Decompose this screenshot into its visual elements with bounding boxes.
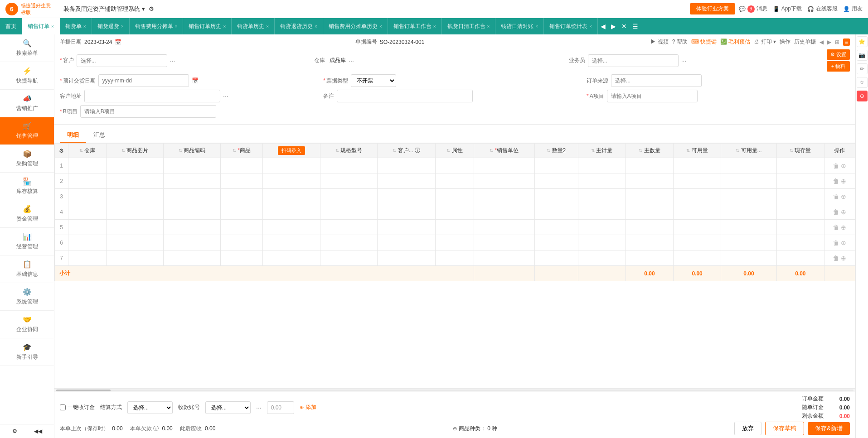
tab-daily-reconcile[interactable]: 钱货日清对账 × xyxy=(495,18,544,34)
table-cell[interactable] xyxy=(721,189,777,204)
table-cell[interactable] xyxy=(474,189,534,204)
col-available2[interactable]: ⇅ 可用量... xyxy=(721,144,777,158)
close-icon[interactable]: × xyxy=(379,24,382,29)
table-cell[interactable] xyxy=(474,158,534,173)
table-cell[interactable] xyxy=(378,250,436,266)
table-cell[interactable] xyxy=(221,204,262,220)
sidebar-settings-icon[interactable]: ⚙ xyxy=(12,428,17,434)
table-cell[interactable] xyxy=(436,189,474,204)
close-icon[interactable]: × xyxy=(83,24,86,29)
table-cell[interactable] xyxy=(474,235,534,250)
horizontal-scrollbar[interactable] xyxy=(54,388,855,392)
table-cell[interactable] xyxy=(107,220,164,235)
payment-method-select[interactable]: 选择... xyxy=(127,401,173,414)
table-cell[interactable] xyxy=(626,250,673,266)
close-icon[interactable]: × xyxy=(487,24,490,29)
grid-view-icon[interactable]: ⊞ xyxy=(835,39,839,45)
close-icon[interactable]: × xyxy=(535,24,538,29)
scan-button[interactable]: 扫码录入 xyxy=(278,146,305,155)
table-cell[interactable] xyxy=(107,173,164,189)
table-cell[interactable] xyxy=(534,173,578,189)
sidebar-item-marketing[interactable]: 📣 营销推广 xyxy=(0,90,54,117)
table-cell[interactable] xyxy=(164,189,221,204)
table-cell[interactable] xyxy=(320,173,377,189)
a-project-input[interactable] xyxy=(607,90,698,102)
table-cell[interactable] xyxy=(534,250,578,266)
amount-input[interactable] xyxy=(267,401,294,414)
tab-sales-invoice[interactable]: 销货单 × xyxy=(60,18,92,34)
user-avatar[interactable]: 👤 用友 xyxy=(843,5,863,13)
table-cell[interactable] xyxy=(776,204,824,220)
tab-sales-expense[interactable]: 销售费用分摊单 × xyxy=(130,18,184,34)
table-cell[interactable] xyxy=(262,250,320,266)
table-cell[interactable] xyxy=(378,189,436,204)
tab-scroll-left[interactable]: ◀ xyxy=(598,18,608,34)
col-stock[interactable]: ⇅ 现存量 xyxy=(776,144,824,158)
panel-icon-5[interactable]: ⊙ xyxy=(857,91,868,101)
print-btn[interactable]: 🖨 打印 ▾ xyxy=(754,38,776,46)
warehouse-more-icon[interactable]: ··· xyxy=(349,57,354,64)
sidebar-item-sales[interactable]: 🛒 销售管理 xyxy=(0,117,54,145)
discard-button[interactable]: 放弃 xyxy=(734,422,761,435)
b-project-input[interactable] xyxy=(80,105,216,118)
close-icon[interactable]: × xyxy=(315,24,317,29)
tab-return-history[interactable]: 销货退货历史 × xyxy=(275,18,323,34)
table-cell[interactable] xyxy=(68,158,107,173)
table-cell[interactable] xyxy=(474,173,534,189)
table-cell[interactable] xyxy=(378,220,436,235)
tab-daily-clear-workbench[interactable]: 钱货日清工作台 × xyxy=(442,18,496,34)
col-main-qty[interactable]: ⇅ 主数量 xyxy=(626,144,673,158)
table-cell[interactable] xyxy=(164,235,221,250)
close-icon[interactable]: × xyxy=(121,24,124,29)
tab-invoice-history[interactable]: 销货单历史 × xyxy=(232,18,275,34)
panel-icon-3[interactable]: ✏ xyxy=(857,63,868,74)
sidebar-item-purchase[interactable]: 📦 采购管理 xyxy=(0,145,54,173)
list-view-icon[interactable]: ≡ xyxy=(843,39,850,46)
table-cell[interactable] xyxy=(474,220,534,235)
close-icon[interactable]: × xyxy=(266,24,269,29)
table-cell[interactable] xyxy=(721,250,777,266)
sidebar-item-operations[interactable]: 📊 经营管理 xyxy=(0,228,54,255)
close-icon[interactable]: × xyxy=(175,24,178,29)
table-cell[interactable] xyxy=(221,158,262,173)
table-cell[interactable] xyxy=(320,250,377,266)
table-cell[interactable] xyxy=(164,220,221,235)
table-cell[interactable] xyxy=(578,220,626,235)
table-cell[interactable] xyxy=(674,204,721,220)
settings-side-btn[interactable]: ⚙ 设置 xyxy=(827,49,850,60)
table-cell[interactable] xyxy=(107,235,164,250)
table-cell[interactable] xyxy=(578,158,626,173)
sidebar-item-guide[interactable]: 🎓 新手引导 xyxy=(0,338,54,366)
table-cell[interactable] xyxy=(68,220,107,235)
col-product[interactable]: ⇅ *商品 xyxy=(221,144,262,158)
table-cell[interactable] xyxy=(68,173,107,189)
table-cell[interactable] xyxy=(107,158,164,173)
tab-summary[interactable]: 汇总 xyxy=(86,128,112,143)
table-cell[interactable] xyxy=(721,158,777,173)
table-cell[interactable] xyxy=(436,173,474,189)
col-scan[interactable]: 扫码录入 xyxy=(262,144,320,158)
scrollbar-track[interactable] xyxy=(56,390,853,391)
table-cell[interactable] xyxy=(776,220,824,235)
tab-detail[interactable]: 明细 xyxy=(60,128,86,143)
invoice-select[interactable]: 不开票 xyxy=(351,74,396,87)
table-cell[interactable] xyxy=(578,250,626,266)
table-cell[interactable] xyxy=(674,158,721,173)
table-cell[interactable] xyxy=(262,235,320,250)
table-cell[interactable] xyxy=(378,235,436,250)
table-cell[interactable] xyxy=(534,220,578,235)
copy-icon[interactable]: ⊕ xyxy=(841,239,846,246)
sidebar-item-system[interactable]: ⚙️ 系统管理 xyxy=(0,283,54,311)
table-cell[interactable] xyxy=(436,204,474,220)
tab-home[interactable]: 首页 xyxy=(0,18,22,34)
customer-more-icon[interactable]: ··· xyxy=(170,57,175,64)
scrollbar-thumb[interactable] xyxy=(56,390,111,391)
col-unit[interactable]: ⇅ *销售单位 xyxy=(474,144,534,158)
col-attr[interactable]: ⇅ 属性 xyxy=(436,144,474,158)
table-cell[interactable] xyxy=(320,235,377,250)
copy-icon[interactable]: ⊕ xyxy=(841,255,846,262)
message-button[interactable]: 💬 9 消息 xyxy=(739,5,767,13)
sidebar-item-shortcuts[interactable]: ⚡ 快捷导航 xyxy=(0,62,54,90)
table-cell[interactable] xyxy=(674,173,721,189)
col-spec[interactable]: ⇅ 规格型号 xyxy=(320,144,377,158)
